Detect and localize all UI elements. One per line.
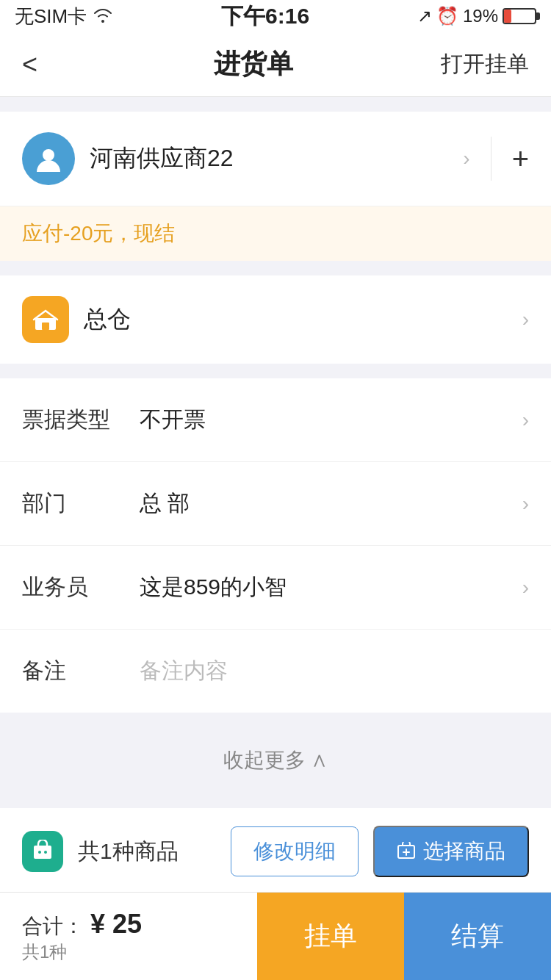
department-value: 总 部	[140, 489, 522, 519]
invoice-label: 票据类型	[22, 405, 125, 435]
svg-point-4	[38, 851, 41, 854]
hang-button[interactable]: 挂单	[257, 893, 404, 981]
nav-bar: < 进货单 打开挂单	[0, 32, 551, 97]
select-product-button[interactable]: 选择商品	[373, 826, 529, 877]
warehouse-card: 总仓 ›	[0, 275, 551, 364]
total-count: 共1种	[22, 940, 235, 964]
salesperson-value: 这是859的小智	[140, 572, 522, 602]
status-bar: 无SIM卡 下午6:16 ↗ ⏰ 19%	[0, 0, 551, 32]
department-chevron-icon: ›	[522, 492, 529, 516]
warehouse-chevron-icon: ›	[522, 308, 529, 331]
total-amount: ¥ 25	[90, 909, 142, 939]
collapse-toggle[interactable]: 收起更多 ∧	[0, 727, 551, 793]
invoice-chevron-icon: ›	[522, 408, 529, 432]
bottom-bar: 合计： ¥ 25 共1种 挂单 结算	[0, 892, 551, 980]
remark-row[interactable]: 备注 备注内容	[0, 630, 551, 713]
back-button[interactable]: <	[22, 49, 66, 80]
department-row[interactable]: 部门 总 部 ›	[0, 462, 551, 546]
supplier-name: 河南供应商22	[90, 143, 463, 175]
warehouse-row[interactable]: 总仓 ›	[0, 275, 551, 364]
supplier-notice: 应付-20元，现结	[0, 206, 551, 261]
invoice-row[interactable]: 票据类型 不开票 ›	[0, 378, 551, 462]
location-icon: ↗	[417, 6, 432, 26]
status-right: ↗ ⏰ 19%	[417, 6, 536, 26]
content-area: 河南供应商22 › + 应付-20元，现结 总仓 › 票据类型 不开票 ›	[0, 112, 551, 980]
form-card: 票据类型 不开票 › 部门 总 部 › 业务员 这是859的小智 › 备注 备注…	[0, 378, 551, 713]
total-label: 合计：	[22, 915, 84, 937]
svg-point-0	[43, 149, 54, 161]
battery-percent: 19%	[463, 6, 498, 26]
remark-label: 备注	[22, 656, 125, 686]
supplier-chevron-icon: ›	[463, 147, 469, 170]
carrier-text: 无SIM卡	[15, 4, 87, 29]
invoice-value: 不开票	[140, 405, 522, 435]
product-count-label: 共1种商品	[78, 837, 216, 867]
supplier-row[interactable]: 河南供应商22 › +	[0, 112, 551, 206]
nav-title: 进货单	[214, 46, 293, 82]
svg-point-5	[44, 851, 47, 854]
product-count-icon	[22, 831, 63, 872]
add-supplier-button[interactable]: +	[512, 143, 529, 176]
wifi-icon	[93, 5, 113, 28]
supplier-divider	[491, 137, 491, 181]
svg-rect-3	[34, 846, 51, 859]
department-label: 部门	[22, 489, 125, 519]
modify-detail-button[interactable]: 修改明细	[231, 826, 359, 876]
status-left: 无SIM卡	[15, 4, 113, 29]
remark-input[interactable]: 备注内容	[140, 656, 529, 686]
supplier-card: 河南供应商22 › + 应付-20元，现结	[0, 112, 551, 261]
total-section: 合计： ¥ 25 共1种	[0, 909, 257, 964]
alarm-icon: ⏰	[436, 6, 458, 26]
open-hang-button[interactable]: 打开挂单	[441, 49, 529, 79]
checkout-button[interactable]: 结算	[404, 893, 551, 981]
total-row: 合计： ¥ 25	[22, 909, 235, 940]
salesperson-row[interactable]: 业务员 这是859的小智 ›	[0, 546, 551, 630]
status-time: 下午6:16	[221, 1, 309, 32]
salesperson-chevron-icon: ›	[522, 576, 529, 599]
supplier-avatar	[22, 132, 75, 185]
battery-icon	[503, 8, 536, 24]
select-product-label: 选择商品	[423, 837, 505, 865]
svg-rect-2	[42, 323, 49, 330]
warehouse-icon	[22, 296, 69, 343]
product-header: 共1种商品 修改明细 选择商品	[0, 808, 551, 895]
salesperson-label: 业务员	[22, 572, 125, 602]
warehouse-label: 总仓	[84, 303, 522, 336]
